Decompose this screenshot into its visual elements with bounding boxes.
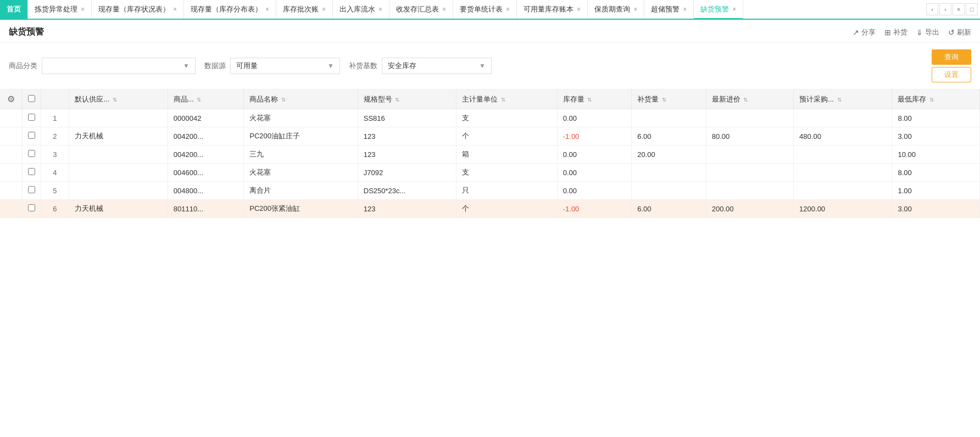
row-checkbox[interactable] <box>28 168 35 175</box>
tab-close-batch[interactable]: × <box>322 5 326 13</box>
row-checkbox[interactable] <box>28 204 35 211</box>
tab-close-all[interactable]: × <box>953 3 965 15</box>
select-all-checkbox[interactable] <box>28 95 35 102</box>
row-supplier <box>69 145 168 164</box>
row-checkbox-cell[interactable] <box>22 145 41 164</box>
tab-inventory-status[interactable]: 现存量（库存状况表） × <box>92 0 184 19</box>
row-latest-price <box>706 164 793 182</box>
filter-datasource-select[interactable]: 可用量 ▼ <box>230 58 340 74</box>
tab-scroll-left[interactable]: ‹ <box>926 3 938 15</box>
th-stock[interactable]: 库存量 ⇅ <box>557 89 631 109</box>
query-button[interactable]: 查询 <box>932 49 971 65</box>
row-latest-price <box>706 145 793 164</box>
refresh-button[interactable]: ↺ 刷新 <box>948 27 971 37</box>
row-stock: 0.00 <box>557 182 631 200</box>
row-replenish: 6.00 <box>632 127 706 145</box>
row-unit: 支 <box>456 164 557 182</box>
row-checkbox-cell[interactable] <box>22 109 41 127</box>
row-settings-cell <box>0 164 22 182</box>
table-row: 6 力天机械 801110... PC200张紧油缸 123 个 -1.00 6… <box>0 200 980 218</box>
row-spec: 123 <box>358 127 456 145</box>
th-est-purchase[interactable]: 预计采购... ⇅ <box>794 89 892 109</box>
tab-close-demand[interactable]: × <box>506 5 510 13</box>
row-checkbox[interactable] <box>28 132 35 139</box>
filter-category-label: 商品分类 <box>9 61 37 71</box>
tab-close-inventory-status[interactable]: × <box>173 5 177 13</box>
settings-button[interactable]: 设置 <box>932 67 971 82</box>
tab-abnormal[interactable]: 拣货异常处理 × <box>28 0 92 19</box>
filter-replenish-base-select[interactable]: 安全库存 ▼ <box>382 58 492 74</box>
tab-close-inout-flow[interactable]: × <box>378 5 382 13</box>
export-button[interactable]: ⇓ 导出 <box>916 27 939 37</box>
tab-inventory-dist[interactable]: 现存量（库存分布表） × <box>184 0 276 19</box>
th-spec[interactable]: 规格型号 ⇅ <box>358 89 456 109</box>
filter-replenish-base-value: 安全库存 <box>388 61 416 71</box>
row-seq: 1 <box>41 109 69 127</box>
tab-bar: 首页 拣货异常处理 × 现存量（库存状况表） × 现存量（库存分布表） × 库存… <box>0 0 980 20</box>
th-settings[interactable]: ⚙ <box>0 89 22 109</box>
th-unit[interactable]: 主计量单位 ⇅ <box>456 89 557 109</box>
tab-batch[interactable]: 库存批次账 × <box>276 0 333 19</box>
tab-close-collect[interactable]: × <box>442 5 446 13</box>
row-checkbox[interactable] <box>28 186 35 193</box>
row-goods-name: 三九 <box>244 145 358 164</box>
row-supplier: 力天机械 <box>69 200 168 218</box>
tab-available[interactable]: 可用量库存账本 × <box>517 0 588 19</box>
replenish-button[interactable]: ⊞ 补货 <box>884 27 907 37</box>
table-row: 2 力天机械 004200... PC200油缸庄子 123 个 -1.00 6… <box>0 127 980 145</box>
row-replenish: 6.00 <box>632 200 706 218</box>
row-checkbox[interactable] <box>28 114 35 121</box>
row-est-purchase: 480.00 <box>794 127 892 145</box>
row-seq: 2 <box>41 127 69 145</box>
row-checkbox-cell[interactable] <box>22 164 41 182</box>
row-est-purchase <box>794 109 892 127</box>
row-supplier <box>69 109 168 127</box>
row-settings-cell <box>0 145 22 164</box>
tab-close-available[interactable]: × <box>577 5 581 13</box>
table-container: ⚙ 默认供应... ⇅ 商品... ⇅ 商品名称 <box>0 89 980 218</box>
row-goods-code: 801110... <box>168 200 243 218</box>
row-supplier <box>69 182 168 200</box>
tab-home[interactable]: 首页 <box>0 0 28 19</box>
tab-close-abnormal[interactable]: × <box>81 5 85 13</box>
row-goods-name: 火花塞 <box>244 109 358 127</box>
share-button[interactable]: ↗ 分享 <box>853 27 876 37</box>
row-checkbox[interactable] <box>28 150 35 157</box>
tab-scroll-right[interactable]: › <box>939 3 951 15</box>
tab-collect[interactable]: 收发存汇总表 × <box>389 0 453 19</box>
tab-demand[interactable]: 要货单统计表 × <box>453 0 517 19</box>
filter-category-select[interactable]: ▼ <box>42 58 196 74</box>
tab-shortage[interactable]: 缺货预警 × <box>694 1 743 19</box>
tab-close-expiry[interactable]: × <box>633 5 637 13</box>
th-latest-price[interactable]: 最新进价 ⇅ <box>706 89 793 109</box>
settings-gear-icon[interactable]: ⚙ <box>7 94 15 104</box>
filter-datasource-label: 数据源 <box>204 61 226 71</box>
header-actions: ↗ 分享 ⊞ 补货 ⇓ 导出 ↺ 刷新 <box>853 27 971 37</box>
row-checkbox-cell[interactable] <box>22 182 41 200</box>
tab-overstock[interactable]: 超储预警 × <box>644 0 694 19</box>
row-goods-name: 火花塞 <box>244 164 358 182</box>
tab-expand[interactable]: □ <box>966 3 978 15</box>
row-min-stock: 3.00 <box>892 200 980 218</box>
th-checkbox[interactable] <box>22 89 41 109</box>
row-checkbox-cell[interactable] <box>22 127 41 145</box>
row-stock: 0.00 <box>557 164 631 182</box>
th-replenish[interactable]: 补货量 ⇅ <box>632 89 706 109</box>
row-min-stock: 10.00 <box>892 145 980 164</box>
th-supplier[interactable]: 默认供应... ⇅ <box>69 89 168 109</box>
tab-close-inventory-dist[interactable]: × <box>265 5 269 13</box>
row-latest-price <box>706 182 793 200</box>
th-goods-name[interactable]: 商品名称 ⇅ <box>244 89 358 109</box>
tab-expiry[interactable]: 保质期查询 × <box>588 0 644 19</box>
row-latest-price <box>706 109 793 127</box>
row-goods-name: PC200张紧油缸 <box>244 200 358 218</box>
row-checkbox-cell[interactable] <box>22 200 41 218</box>
row-stock: -1.00 <box>557 200 631 218</box>
tab-close-shortage[interactable]: × <box>732 5 736 13</box>
tab-close-overstock[interactable]: × <box>683 5 687 13</box>
th-min-stock[interactable]: 最低库存 ⇅ <box>892 89 980 109</box>
th-goods-code[interactable]: 商品... ⇅ <box>168 89 243 109</box>
row-spec: J7092 <box>358 164 456 182</box>
tab-inout-flow[interactable]: 出入库流水 × <box>333 0 389 19</box>
row-replenish <box>632 109 706 127</box>
